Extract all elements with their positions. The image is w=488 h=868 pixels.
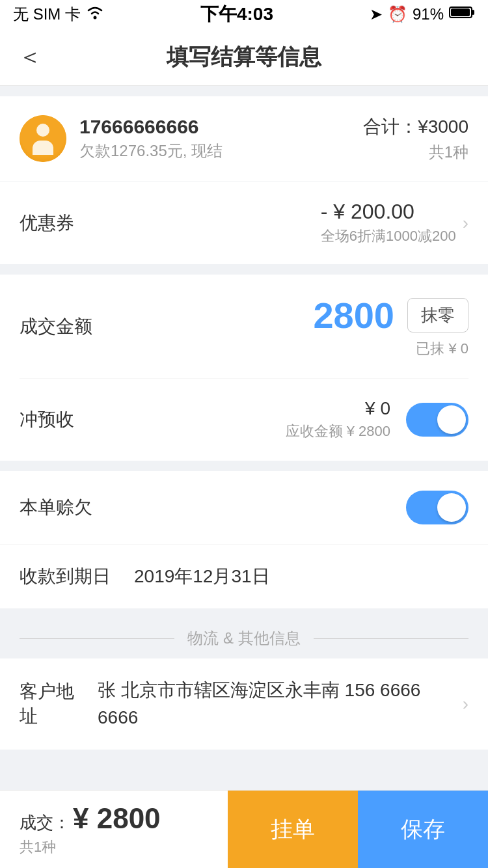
coupon-discount: - ¥ 200.00 [321, 200, 456, 224]
logistics-text: 物流 & 其他信息 [174, 628, 313, 649]
amount-section: 成交金额 2800 抹零 已抹 ¥ 0 冲预收 ¥ 0 应收金额 ¥ 2800 [0, 275, 488, 461]
customer-count: 共1种 [363, 142, 468, 163]
location-icon: ➤ [370, 5, 383, 23]
status-left: 无 SIM 卡 [13, 4, 104, 25]
address-value: 张 北京市市辖区海淀区永丰南 156 6666 6666 [98, 677, 456, 731]
bottom-amount: ¥ 2800 [73, 802, 161, 835]
due-date-label: 收款到期日 [20, 564, 111, 589]
address-row[interactable]: 客户地址 张 北京市市辖区海淀区永丰南 156 6666 6666 › [0, 658, 488, 750]
customer-left: 17666666666 欠款1276.35元, 现结 [20, 115, 223, 162]
prepay-label: 冲预收 [20, 407, 74, 432]
hang-button[interactable]: 挂单 [228, 791, 358, 869]
save-button[interactable]: 保存 [358, 791, 488, 869]
prepay-row: 冲预收 ¥ 0 应收金额 ¥ 2800 [20, 379, 468, 461]
bottom-deal-label: 成交： [20, 811, 70, 834]
debt-row: 本单赊欠 [20, 471, 468, 544]
svg-rect-3 [451, 8, 470, 16]
customer-total-area: 合计：¥3000 共1种 [363, 115, 468, 163]
coupon-row[interactable]: 优惠券 - ¥ 200.00 全场6折满1000减200 › [0, 182, 488, 264]
wifi-icon [86, 5, 104, 23]
deal-amount-value: 2800 [313, 294, 394, 336]
svg-rect-2 [472, 10, 474, 15]
debt-section: 本单赊欠 [0, 471, 488, 544]
address-chevron-icon: › [463, 694, 468, 714]
customer-info: 17666666666 欠款1276.35元, 现结 [79, 116, 223, 161]
customer-sub-info: 欠款1276.35元, 现结 [79, 141, 223, 161]
deal-amount-row: 成交金额 2800 抹零 已抹 ¥ 0 [20, 275, 468, 379]
alarm-icon: ⏰ [388, 5, 407, 23]
deal-amount-sub: 已抹 ¥ 0 [416, 339, 468, 359]
bottom-count: 共1种 [20, 837, 228, 857]
coupon-label: 优惠券 [20, 211, 74, 236]
bottom-bar: 成交： ¥ 2800 共1种 挂单 保存 [0, 790, 488, 868]
sim-label: 无 SIM 卡 [13, 4, 81, 25]
coupon-chevron-icon: › [463, 213, 468, 234]
status-time: 下午4:03 [200, 2, 273, 27]
prepay-amount-area: ¥ 0 应收金额 ¥ 2800 [286, 398, 390, 441]
separator-1 [0, 264, 488, 275]
prepay-toggle[interactable] [406, 403, 468, 437]
logistics-divider: 物流 & 其他信息 [0, 619, 488, 658]
status-bar: 无 SIM 卡 下午4:03 ➤ ⏰ 91% [0, 0, 488, 29]
prepay-amount: ¥ 0 [286, 398, 390, 419]
due-date-value: 2019年12月31日 [134, 564, 270, 589]
battery-icon [449, 5, 475, 23]
page-title: 填写结算等信息 [167, 42, 321, 72]
round-button[interactable]: 抹零 [407, 298, 468, 332]
customer-card: 17666666666 欠款1276.35元, 现结 合计：¥3000 共1种 [0, 96, 488, 181]
customer-phone: 17666666666 [79, 116, 223, 138]
deal-amount-label: 成交金额 [20, 314, 92, 339]
debt-label: 本单赊欠 [20, 495, 92, 520]
debt-toggle[interactable] [406, 491, 468, 524]
debt-toggle-knob [437, 493, 466, 522]
avatar [20, 115, 66, 162]
bottom-summary: 成交： ¥ 2800 共1种 [0, 802, 228, 857]
prepay-sub: 应收金额 ¥ 2800 [286, 422, 390, 441]
back-button[interactable]: ＜ [18, 41, 42, 73]
separator-2 [0, 461, 488, 471]
due-date-row: 收款到期日 2019年12月31日 [0, 544, 488, 608]
address-label: 客户地址 [20, 679, 85, 729]
svg-point-0 [94, 16, 97, 20]
battery-label: 91% [413, 5, 444, 23]
toggle-knob [437, 405, 466, 434]
status-right: ➤ ⏰ 91% [370, 5, 475, 23]
customer-total: 合计：¥3000 [363, 115, 468, 139]
coupon-detail: 全场6折满1000减200 [321, 226, 456, 246]
page-header: ＜ 填写结算等信息 [0, 29, 488, 86]
